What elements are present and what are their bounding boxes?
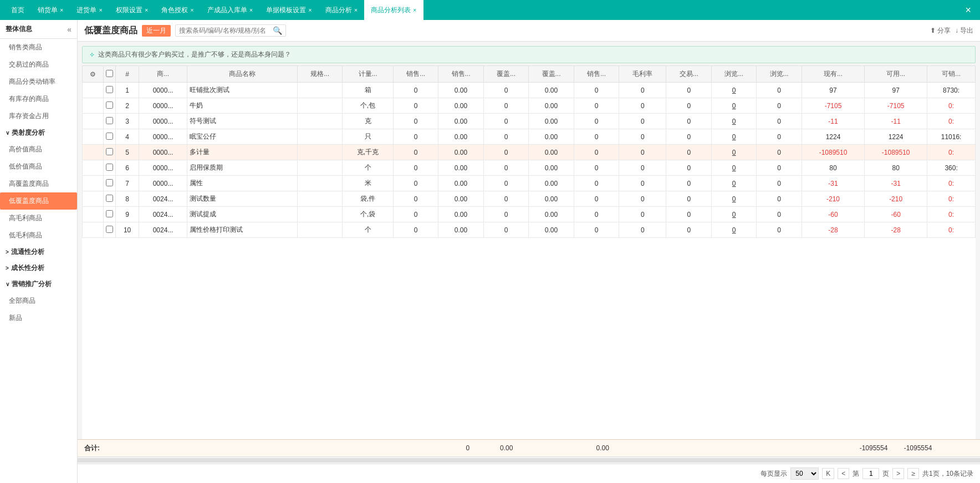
window-close-btn[interactable]: × — [961, 4, 976, 16]
sidebar-category-flow[interactable]: > 流通性分析 — [0, 244, 77, 260]
col-sales-amount[interactable]: 销售... — [438, 66, 483, 83]
nav-close-roles[interactable]: × — [190, 7, 193, 13]
col-name[interactable]: 商品名称 — [187, 66, 297, 83]
browse1-link[interactable]: 0 — [732, 149, 736, 156]
nav-sales[interactable]: 销货单 × — [31, 0, 70, 20]
export-btn[interactable]: ↓ 导出 — [955, 26, 973, 35]
nav-product-analysis-list[interactable]: 商品分析列表 × — [364, 0, 423, 20]
col-spec[interactable]: 规格... — [297, 66, 342, 83]
sidebar-category-growth[interactable]: > 成长性分析 — [0, 260, 77, 276]
row-browse1[interactable]: 0 — [711, 176, 756, 191]
nav-close-template[interactable]: × — [308, 7, 312, 13]
row-checkbox[interactable] — [106, 148, 113, 155]
col-current[interactable]: 现有... — [802, 66, 864, 83]
sidebar-item-traded-goods[interactable]: 交易过的商品 — [0, 56, 77, 73]
browse1-link[interactable]: 0 — [732, 195, 736, 203]
col-trade[interactable]: 交易... — [666, 66, 711, 83]
col-browse1[interactable]: 浏览... — [711, 66, 756, 83]
nav-product-analysis[interactable]: 商品分析 × — [319, 0, 364, 20]
col-gross-margin[interactable]: 毛利率 — [619, 66, 666, 83]
sidebar-item-new-goods[interactable]: 新品 — [0, 309, 77, 327]
browse1-link[interactable]: 0 — [732, 87, 736, 94]
sidebar-category-marketing[interactable]: ∨ 营销推广分析 — [0, 276, 77, 292]
browse1-link[interactable]: 0 — [732, 211, 736, 218]
row-checkbox-cell[interactable] — [103, 191, 115, 207]
row-checkbox[interactable] — [106, 195, 113, 202]
row-checkbox-cell[interactable] — [103, 129, 115, 145]
col-sales3[interactable]: 销售... — [574, 66, 619, 83]
browse1-link[interactable]: 0 — [732, 133, 736, 141]
sidebar-item-low-margin[interactable]: 低毛利商品 — [0, 227, 77, 244]
col-browse2[interactable]: 浏览... — [757, 66, 802, 83]
nav-home[interactable]: 首页 — [4, 0, 31, 20]
sidebar-item-all-goods[interactable]: 全部商品 — [0, 292, 77, 309]
col-sales-qty[interactable]: 销售... — [393, 66, 438, 83]
nav-close-sales[interactable]: × — [60, 7, 63, 13]
browse1-link[interactable]: 0 — [732, 180, 736, 187]
col-code[interactable]: 商... — [139, 66, 187, 83]
nav-finished-goods[interactable]: 产成品入库单 × — [201, 0, 259, 20]
col-coverage2[interactable]: 覆盖... — [529, 66, 574, 83]
sidebar-item-low-value[interactable]: 低价值商品 — [0, 158, 77, 175]
browse1-link[interactable]: 0 — [732, 102, 736, 110]
row-checkbox[interactable] — [106, 210, 113, 217]
row-browse1[interactable]: 0 — [711, 145, 756, 160]
row-browse1[interactable]: 0 — [711, 98, 756, 114]
first-page-btn[interactable]: K — [822, 468, 834, 479]
col-coverage1[interactable]: 覆盖... — [483, 66, 528, 83]
row-checkbox[interactable] — [106, 226, 113, 233]
select-all-checkbox[interactable] — [106, 70, 113, 77]
row-checkbox-cell[interactable] — [103, 222, 115, 238]
sidebar-item-high-coverage[interactable]: 高覆盖度商品 — [0, 175, 77, 192]
sidebar-collapse-btn[interactable]: « — [67, 25, 72, 34]
last-page-btn[interactable]: ≥ — [907, 468, 919, 479]
nav-template[interactable]: 单据模板设置 × — [259, 0, 318, 20]
row-checkbox-cell[interactable] — [103, 207, 115, 222]
row-checkbox[interactable] — [106, 101, 113, 109]
row-checkbox[interactable] — [106, 133, 113, 140]
row-browse1[interactable]: 0 — [711, 207, 756, 222]
search-input[interactable] — [179, 27, 273, 34]
row-checkbox[interactable] — [106, 86, 113, 93]
nav-close-product-analysis[interactable]: × — [354, 7, 358, 13]
nav-close-finished-goods[interactable]: × — [249, 7, 253, 13]
h-scrollbar[interactable] — [78, 458, 980, 462]
row-browse1[interactable]: 0 — [711, 83, 756, 98]
row-checkbox-cell[interactable] — [103, 176, 115, 191]
prev-page-btn[interactable]: < — [838, 468, 849, 479]
search-icon[interactable]: 🔍 — [273, 26, 282, 35]
row-browse1[interactable]: 0 — [711, 129, 756, 145]
row-browse1[interactable]: 0 — [711, 222, 756, 238]
row-checkbox[interactable] — [106, 179, 113, 186]
sidebar-item-sales-goods[interactable]: 销售类商品 — [0, 39, 77, 56]
next-page-btn[interactable]: > — [892, 468, 904, 479]
nav-close-product-analysis-list[interactable]: × — [413, 7, 416, 13]
row-checkbox-cell[interactable] — [103, 160, 115, 176]
row-checkbox[interactable] — [106, 117, 113, 124]
sidebar-item-capital[interactable]: 库存资金占用 — [0, 108, 77, 125]
sidebar-item-low-coverage[interactable]: 低覆盖度商品 — [0, 192, 77, 210]
nav-permissions[interactable]: 权限设置 × — [109, 0, 155, 20]
col-saleable[interactable]: 可销... — [927, 66, 976, 83]
nav-close-permissions[interactable]: × — [145, 7, 148, 13]
row-checkbox[interactable] — [106, 164, 113, 171]
sidebar-category-coverage[interactable]: ∨ 类射度分析 — [0, 125, 77, 141]
nav-close-purchase[interactable]: × — [99, 7, 102, 13]
nav-purchase[interactable]: 进货单 × — [70, 0, 109, 20]
col-available[interactable]: 可用... — [865, 66, 927, 83]
row-browse1[interactable]: 0 — [711, 160, 756, 176]
sidebar-item-high-margin[interactable]: 高毛利商品 — [0, 210, 77, 227]
row-checkbox-cell[interactable] — [103, 98, 115, 114]
row-browse1[interactable]: 0 — [711, 191, 756, 207]
row-browse1[interactable]: 0 — [711, 114, 756, 129]
date-filter-btn[interactable]: 近一月 — [142, 25, 171, 37]
row-checkbox-cell[interactable] — [103, 145, 115, 160]
row-checkbox-cell[interactable] — [103, 83, 115, 98]
browse1-link[interactable]: 0 — [732, 164, 736, 172]
sidebar-item-high-value[interactable]: 高价值商品 — [0, 141, 77, 158]
sidebar-item-category-rate[interactable]: 商品分类动销率 — [0, 73, 77, 90]
sidebar-item-stock-goods[interactable]: 有库存的商品 — [0, 90, 77, 108]
share-btn[interactable]: ⬆ 分享 — [930, 26, 951, 35]
browse1-link[interactable]: 0 — [732, 118, 736, 125]
browse1-link[interactable]: 0 — [732, 226, 736, 234]
